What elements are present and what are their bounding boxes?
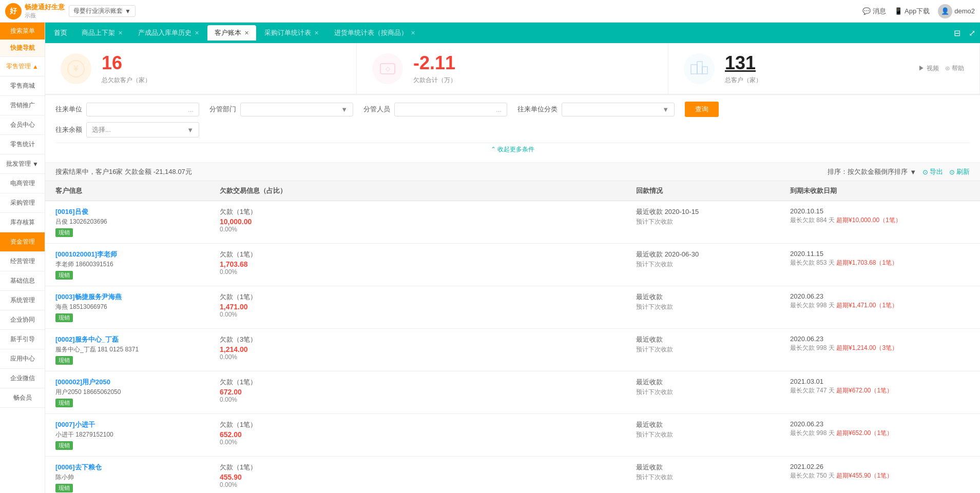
export-btn[interactable]: ⊙ 导出	[923, 167, 943, 176]
sidebar-item-marketing[interactable]: 营销推广	[0, 96, 45, 115]
tab-close-icon[interactable]: ✕	[118, 30, 123, 36]
sidebar-item-member2[interactable]: 畅会员	[0, 388, 45, 408]
filter-row-2: 往来余额 选择... ▼	[55, 122, 970, 137]
filter-input-unit[interactable]: ...	[86, 103, 199, 116]
sidebar-item-collab[interactable]: 企业协同	[0, 310, 45, 330]
sidebar-item-guide[interactable]: 新手引导	[0, 330, 45, 349]
industry-selector[interactable]: 母婴行业演示账套 ▼	[69, 5, 136, 17]
overdue-amount-link[interactable]: 超期¥1,471.00（1笔）	[836, 302, 898, 309]
return-recent: 最近收款	[636, 420, 790, 429]
sidebar-item-finance[interactable]: 资金管理	[0, 232, 45, 252]
sidebar-item-basic-info[interactable]: 基础信息	[0, 271, 45, 291]
filter-input-person[interactable]: ...	[394, 103, 507, 116]
overdue-amount-link[interactable]: 超期¥672.00（1笔）	[836, 387, 893, 394]
tab-products[interactable]: 商品上下架 ✕	[74, 25, 130, 41]
overdue-amount-link[interactable]: 超期¥1,703.68（1笔）	[836, 259, 898, 266]
filter-label-unit: 往来单位	[55, 105, 82, 114]
sidebar-item-retail-mall[interactable]: 零售商城	[0, 76, 45, 96]
industry-arrow-icon: ▼	[125, 8, 131, 15]
sidebar-item-purchase[interactable]: 采购管理	[0, 193, 45, 213]
filter-select-dept[interactable]: ▼	[240, 103, 353, 116]
window-restore-icon[interactable]: ⊟	[952, 26, 963, 40]
chevron-down-icon3: ▼	[187, 126, 194, 134]
tab-close-icon[interactable]: ✕	[314, 30, 319, 36]
help-btn[interactable]: ⊙ 帮助	[945, 64, 964, 73]
overdue-days: 最长欠款 998 天 超期¥1,214.00（3笔）	[790, 344, 970, 352]
filter-label-category: 往来单位分类	[517, 105, 558, 114]
recent-label: 最近收款	[636, 463, 663, 471]
sidebar-item-system[interactable]: 系统管理	[0, 291, 45, 310]
message-btn[interactable]: 💬 消息	[862, 7, 886, 16]
overdue-amount-link[interactable]: 超期¥10,000.00（1笔）	[836, 216, 901, 224]
debt-percent: 0.00%	[220, 396, 636, 403]
col-header-overdue: 到期未收款日期	[790, 186, 970, 195]
refresh-btn[interactable]: ⊙ 刷新	[949, 167, 970, 176]
customer-info-cell: [0007]小进干 小进干 18279152100 现销	[55, 420, 220, 450]
overdue-cell: 2020.06.23 最长欠款 998 天 超期¥1,214.00（3笔）	[790, 335, 970, 352]
sidebar-item-app-center[interactable]: 应用中心	[0, 349, 45, 369]
filter-item-unit: 往来单位 ...	[55, 103, 199, 116]
quick-nav[interactable]: 快捷导航	[0, 40, 45, 57]
return-info-cell: 最近收款 2020-06-30 预计下次收款	[636, 250, 790, 269]
customer-name-link[interactable]: [0007]小进干	[55, 420, 220, 429]
sort-select[interactable]: 排序：按欠款金额倒序排序 ▼	[828, 167, 916, 176]
tab-customer-account[interactable]: 客户账本 ✕	[207, 25, 256, 41]
tab-close-icon[interactable]: ✕	[411, 30, 415, 36]
sidebar-search[interactable]: 搜索菜单	[0, 23, 45, 40]
logo-area: 好 畅捷通好生意 示薇	[5, 3, 65, 19]
customer-name-link[interactable]: [0002]服务中心_丁磊	[55, 335, 220, 344]
customer-name-link[interactable]: [0003]畅捷服务尹海燕	[55, 292, 220, 302]
filter-select-category[interactable]: ▼	[562, 103, 675, 116]
debt-info-cell: 欠款（1笔） 672.00 0.00%	[220, 378, 636, 403]
overdue-amount-link[interactable]: 超期¥1,214.00（3笔）	[836, 344, 898, 351]
sidebar-item-wholesale-mgmt[interactable]: 批发管理 ▼	[0, 154, 45, 174]
debt-count: 欠款（1笔）	[220, 250, 636, 259]
recent-label: 最近收款	[636, 336, 663, 343]
debt-amount: 1,471.00	[220, 303, 636, 311]
sidebar-item-inventory[interactable]: 库存核算	[0, 213, 45, 232]
tab-label: 客户账本	[215, 28, 241, 37]
filter-select-balance[interactable]: 选择... ▼	[86, 122, 199, 137]
results-info: 搜索结果中，客户16家 欠款金额 -21,148.07元	[55, 167, 192, 176]
app-download-btn[interactable]: 📱 App下载	[894, 7, 930, 16]
sidebar-item-ecommerce[interactable]: 电商管理	[0, 174, 45, 193]
stat-number-debt: -2.11	[413, 52, 456, 74]
sidebar-item-member[interactable]: 会员中心	[0, 115, 45, 135]
table-row: [0002]服务中心_丁磊 服务中心_丁磊 181 0125 8371 现销 欠…	[45, 329, 980, 371]
customer-tag: 现销	[55, 356, 73, 365]
tab-close-icon[interactable]: ✕	[195, 30, 199, 36]
customer-tag: 现销	[55, 271, 73, 280]
return-info-cell: 最近收款 预计下次收款	[636, 420, 790, 439]
customer-name-link[interactable]: [0006]去下粮仓	[55, 463, 220, 472]
customer-name-link[interactable]: [0016]吕俊	[55, 207, 220, 216]
video-btn[interactable]: ▶ 视频	[918, 64, 938, 73]
overdue-amount-link[interactable]: 超期¥455.90（1笔）	[836, 472, 893, 479]
tab-purchase-stats[interactable]: 采购订单统计表 ✕	[257, 25, 326, 41]
recent-date: 2020-10-15	[665, 208, 699, 215]
sidebar-item-wechat[interactable]: 企业微信	[0, 369, 45, 388]
sidebar-item-operations[interactable]: 经营管理	[0, 252, 45, 271]
tab-label: 商品上下架	[82, 28, 115, 37]
collapse-btn[interactable]: ⌃ 收起更多条件	[55, 143, 970, 156]
sidebar-item-retail-mgmt[interactable]: 零售管理 ▲	[0, 57, 45, 76]
user-name: demo2	[954, 7, 975, 15]
tab-production[interactable]: 产成品入库单历史 ✕	[131, 25, 206, 41]
tab-close-icon[interactable]: ✕	[244, 30, 249, 36]
tab-bar: 首页 商品上下架 ✕ 产成品入库单历史 ✕ 客户账本 ✕ 采购订单统计表 ✕	[45, 23, 980, 43]
overdue-amount-link[interactable]: 超期¥652.00（1笔）	[836, 429, 893, 437]
tab-home[interactable]: 首页	[48, 25, 73, 41]
user-profile[interactable]: 👤 demo2	[938, 4, 975, 18]
table-row: [0006]去下粮仓 陈小帅 现销 欠款（1笔） 455.90 0.00% 最近…	[45, 457, 980, 493]
customer-name-link[interactable]: [0001020001]李老师	[55, 250, 220, 259]
tab-inbound-stats[interactable]: 进货单统计表（按商品） ✕	[327, 25, 422, 41]
customer-info-cell: [0006]去下粮仓 陈小帅 现销	[55, 463, 220, 492]
top-bar-right: 💬 消息 📱 App下载 👤 demo2	[862, 4, 975, 18]
search-btn[interactable]: 查询	[685, 102, 719, 117]
sidebar-item-retail-stats[interactable]: 零售统计	[0, 135, 45, 154]
sort-label: 排序：按欠款金额倒序排序	[828, 167, 908, 176]
debt-info-cell: 欠款（1笔） 1,471.00 0.00%	[220, 292, 636, 318]
svg-text:¥: ¥	[73, 64, 79, 73]
customer-name-link[interactable]: [000002]用户2050	[55, 378, 220, 387]
stat-card-total-customers: 131 总客户（家） ▶ 视频 ⊙ 帮助	[668, 43, 980, 94]
fullscreen-icon[interactable]: ⤢	[967, 26, 977, 40]
